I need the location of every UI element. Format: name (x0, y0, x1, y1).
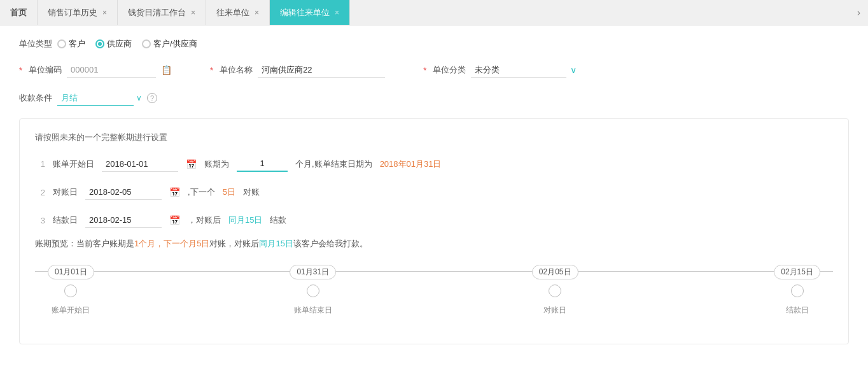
row-text-reconcile-end: 对账 (243, 186, 260, 198)
classify-input[interactable] (471, 62, 566, 78)
unit-code-group: * 单位编码 📋 (19, 62, 172, 78)
payment-terms-label: 收款条件 (19, 92, 52, 104)
row-num-1: 1 (35, 159, 45, 169)
unit-code-label: 单位编码 (29, 64, 62, 76)
payment-day-highlight: 同月15日 (228, 215, 262, 226)
row-text-period-mid: 个月,账单结束日期为 (295, 158, 372, 170)
calendar-icon-2[interactable]: 📅 (169, 187, 180, 197)
node-name-3: 对账日 (543, 305, 566, 316)
row-text-reconcile-pre: ,下一个 (188, 186, 215, 198)
radio-customer-label: 客户 (69, 38, 85, 50)
payment-terms-row: 收款条件 ∨ ? (19, 90, 849, 106)
tab-cash-work[interactable]: 钱货日清工作台 × (118, 0, 206, 25)
node-name-2: 账单结束日 (294, 305, 332, 316)
node-date-2: 01月31日 (290, 265, 336, 279)
tab-cash-work-label: 钱货日清工作台 (128, 7, 186, 18)
payment-terms-input[interactable] (57, 90, 134, 106)
row-text-period-pre: 账期为 (204, 158, 229, 170)
copy-icon[interactable]: 📋 (161, 65, 172, 75)
node-date-1: 01月01日 (48, 265, 94, 279)
preview-p3: 同月15日 (259, 239, 293, 248)
radio-group: 客户 供应商 客户/供应商 (57, 38, 197, 50)
row-num-2: 2 (35, 188, 45, 197)
preview-p2: 下一个月5日 (164, 239, 209, 248)
calendar-icon-1[interactable]: 📅 (186, 159, 197, 169)
row-num-3: 3 (35, 216, 45, 225)
unit-category-group: * 单位分类 ∨ (423, 62, 577, 78)
setting-rows: 1 账单开始日 📅 账期为 个月,账单结束日期为 2018年01月31日 2 对… (35, 156, 833, 228)
close-icon[interactable]: × (191, 8, 195, 17)
row-label-1: 账单开始日 (53, 158, 94, 170)
node-name-4: 结款日 (786, 305, 809, 316)
radio-both-circle (142, 39, 151, 48)
reconcile-day-highlight: 5日 (223, 186, 235, 198)
node-dot-4 (791, 285, 804, 297)
radio-customer-circle (57, 39, 66, 48)
timeline-node-1: 01月01日 账单开始日 (48, 265, 94, 316)
tab-partners[interactable]: 往来单位 × (206, 0, 270, 25)
chevron-down-icon[interactable]: ∨ (570, 65, 577, 75)
close-icon[interactable]: × (255, 8, 259, 17)
unit-type-label: 单位类型 (19, 38, 52, 50)
row-label-3: 结款日 (53, 215, 78, 226)
chevron-down-icon[interactable]: ∨ (136, 94, 142, 102)
radio-customer[interactable]: 客户 (57, 38, 85, 50)
node-date-3: 02月05日 (532, 265, 578, 279)
required-star-name: * (210, 66, 213, 75)
period-input[interactable] (237, 156, 288, 172)
timeline-node-3: 02月05日 对账日 (532, 265, 578, 316)
required-star-code: * (19, 66, 22, 75)
unit-name-input[interactable] (258, 62, 385, 78)
dropdown-wrap: ∨ (57, 90, 142, 106)
unit-type-group: 单位类型 客户 供应商 客户/供应商 (19, 38, 197, 50)
preview-end: 该客户会给我打款。 (293, 239, 368, 248)
row-label-2: 对账日 (53, 186, 78, 198)
node-date-4: 02月15日 (774, 265, 820, 279)
close-icon[interactable]: × (335, 8, 339, 17)
unit-category-label: 单位分类 (433, 64, 466, 76)
calendar-icon-3[interactable]: 📅 (169, 215, 180, 225)
close-icon[interactable]: × (102, 8, 107, 17)
end-date-highlight: 2018年01月31日 (380, 158, 442, 170)
node-dot-2 (307, 285, 319, 297)
node-name-1: 账单开始日 (52, 305, 90, 316)
radio-supplier-circle (95, 39, 104, 48)
row-text-payment-end: 结款 (270, 215, 286, 226)
setting-row-2: 2 对账日 📅 ,下一个 5日 对账 (35, 185, 833, 200)
preview-text: 账期预览：当前客户账期是1个月，下一个月5日对账，对账后同月15日该客户会给我打… (35, 238, 833, 250)
help-icon[interactable]: ? (147, 93, 157, 103)
required-star-cat: * (423, 66, 426, 75)
radio-supplier[interactable]: 供应商 (95, 38, 132, 50)
radio-both[interactable]: 客户/供应商 (142, 38, 197, 50)
tab-edit-partner[interactable]: 编辑往来单位 × (270, 0, 350, 25)
payment-terms-group: 收款条件 ∨ ? (19, 90, 157, 106)
node-dot-3 (549, 285, 561, 297)
unit-code-input[interactable] (67, 62, 156, 78)
timeline-node-2: 01月31日 账单结束日 (290, 265, 336, 316)
payment-date-input[interactable] (85, 213, 162, 228)
tab-scroll-right[interactable]: › (850, 7, 868, 18)
tab-home-label: 首页 (10, 7, 27, 18)
tab-sales-history[interactable]: 销售订单历史 × (38, 0, 118, 25)
start-date-input[interactable] (102, 157, 178, 172)
tab-sales-history-label: 销售订单历史 (48, 7, 97, 18)
settings-box: 请按照未来的一个完整帐期进行设置 1 账单开始日 📅 账期为 个月,账单结束日期… (19, 118, 849, 344)
node-dot-1 (64, 285, 77, 297)
reconcile-date-input[interactable] (85, 185, 162, 200)
unit-name-group: * 单位名称 (210, 62, 385, 78)
tab-partners-label: 往来单位 (216, 7, 249, 18)
radio-both-label: 客户/供应商 (153, 38, 197, 50)
row-text-payment-pre: ，对账后 (188, 215, 221, 226)
tab-edit-partner-label: 编辑往来单位 (280, 7, 330, 18)
timeline: 01月01日 账单开始日 01月31日 账单结束日 02月05日 对账日 (35, 265, 833, 316)
timeline-nodes: 01月01日 账单开始日 01月31日 账单结束日 02月05日 对账日 (48, 265, 820, 316)
preview-label: 账期预览：当前客户账期是 (35, 239, 134, 248)
main-content: 单位类型 客户 供应商 客户/供应商 * 单位编码 (0, 25, 868, 387)
preview-section: 账期预览：当前客户账期是1个月，下一个月5日对账，对账后同月15日该客户会给我打… (35, 228, 833, 331)
unit-type-row: 单位类型 客户 供应商 客户/供应商 (19, 38, 849, 50)
unit-info-row: * 单位编码 📋 * 单位名称 * 单位分类 ∨ (19, 62, 849, 78)
preview-mid: 对账，对账后 (209, 239, 259, 248)
tab-bar: 首页 销售订单历史 × 钱货日清工作台 × 往来单位 × 编辑往来单位 × › (0, 0, 868, 25)
tab-home[interactable]: 首页 (0, 0, 38, 25)
setting-row-3: 3 结款日 📅 ，对账后 同月15日 结款 (35, 213, 833, 228)
